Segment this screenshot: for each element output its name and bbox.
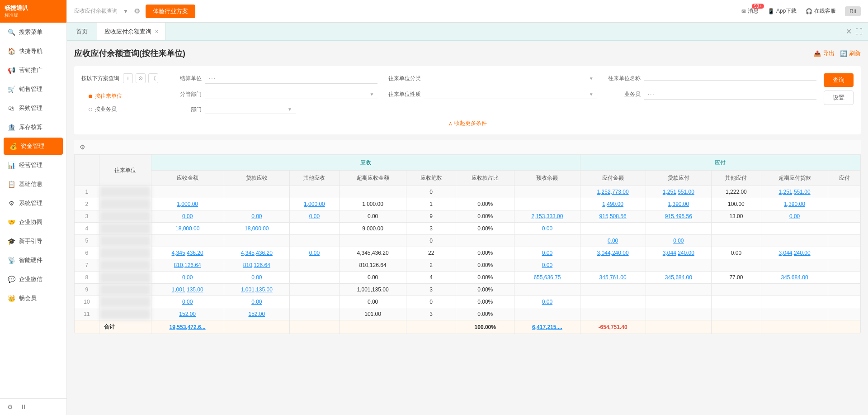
app-download-button[interactable]: 📱 App下载 xyxy=(768,7,797,15)
ap-amount[interactable]: 1,490.00 xyxy=(580,198,646,210)
ap-amount[interactable]: 1,252,773.00 xyxy=(580,186,646,198)
overdue-ap[interactable]: 3,044,240.00 xyxy=(761,247,828,259)
loan-ap[interactable]: 0.00 xyxy=(646,235,711,247)
filter-input-partner-category[interactable]: ▼ xyxy=(425,74,597,83)
collapse-icon[interactable]: ⏸ xyxy=(20,403,27,410)
sidebar-item-basic[interactable]: 📋 基础信息 xyxy=(0,175,66,194)
ar-count: 3 xyxy=(406,284,456,296)
advance-balance[interactable]: 0.00 xyxy=(514,296,580,308)
sidebar-item-system[interactable]: ⚙ 系统管理 xyxy=(0,194,66,213)
loan-ar[interactable]: 4,345,436.20 xyxy=(224,247,289,259)
collapse-conditions-btn[interactable]: ∧ 收起更多条件 xyxy=(81,119,854,127)
filter-collapse-btn[interactable]: 《 xyxy=(148,73,158,83)
ar-amount[interactable]: 18,000.00 xyxy=(151,223,224,235)
ap-extra xyxy=(828,308,861,320)
settings-bottom-icon[interactable]: ⚙ xyxy=(7,403,13,410)
topbar-gear-icon[interactable]: ⚙ xyxy=(134,7,140,15)
table-settings-icon[interactable]: ⚙ xyxy=(80,143,85,151)
filter-add-btn[interactable]: + xyxy=(123,73,133,83)
other-ar[interactable]: 0.00 xyxy=(289,247,339,259)
solution-button[interactable]: 体验行业方案 xyxy=(146,5,195,18)
ap-amount[interactable]: 3,044,240.00 xyxy=(580,247,646,259)
tab-close-icon[interactable]: × xyxy=(155,29,158,35)
filter-input-settlement[interactable]: ··· xyxy=(205,73,377,84)
ar-amount[interactable]: 1,001,135.00 xyxy=(151,284,224,296)
tab-expand-icon[interactable]: ⛶ xyxy=(855,28,863,36)
advance-balance[interactable]: 2,153,333.00 xyxy=(514,210,580,223)
table-row: 10██████0.000.000.0000.00%0.00 xyxy=(75,296,861,308)
sidebar-item-wechat[interactable]: 💬 企业微信 xyxy=(0,270,66,289)
tab-close-window-icon[interactable]: ✕ xyxy=(846,27,852,36)
topbar-dropdown-icon[interactable]: ▼ xyxy=(123,8,128,14)
loan-ar[interactable]: 18,000.00 xyxy=(224,223,289,235)
user-avatar[interactable]: Rit xyxy=(845,6,861,16)
filter-input-salesperson[interactable]: ··· xyxy=(644,89,816,100)
sidebar-item-operations[interactable]: 📊 经营管理 xyxy=(0,156,66,175)
ar-amount[interactable]: 1,000.00 xyxy=(151,198,224,210)
message-button[interactable]: ✉ 消息 99+ xyxy=(741,7,759,15)
sidebar-item-sales[interactable]: 🛒 销售管理 xyxy=(0,80,66,99)
advance-balance[interactable]: 655,636.75 xyxy=(514,272,580,284)
ap-amount[interactable]: 0.00 xyxy=(580,235,646,247)
filter-input-department[interactable]: ▼ xyxy=(205,105,296,114)
overdue-ap[interactable]: 0.00 xyxy=(761,210,828,223)
sidebar-item-finance[interactable]: 💰 资金管理 xyxy=(4,138,63,155)
overdue-ap[interactable]: 1,390.00 xyxy=(761,198,828,210)
col-ap-extra: 应付 xyxy=(828,171,861,186)
filter-option-partner[interactable]: 按往来单位 xyxy=(85,91,158,102)
loan-ap[interactable]: 3,044,240.00 xyxy=(646,247,711,259)
loan-ap[interactable]: 1,251,551.00 xyxy=(646,186,711,198)
other-ar[interactable]: 0.00 xyxy=(289,210,339,223)
loan-ar[interactable]: 1,001,135.00 xyxy=(224,284,289,296)
ap-amount[interactable]: 345,761.00 xyxy=(580,272,646,284)
wechat-icon: 💬 xyxy=(7,275,15,283)
overdue-ap[interactable]: 345,684.00 xyxy=(761,272,828,284)
ar-amount[interactable]: 810,126.64 xyxy=(151,259,224,272)
sidebar-item-purchase[interactable]: 🛍 采购管理 xyxy=(0,99,66,118)
ar-count: 0 xyxy=(406,186,456,198)
loan-ap[interactable]: 915,495.56 xyxy=(646,210,711,223)
sidebar-item-marketing[interactable]: 📢 营销推广 xyxy=(0,61,66,80)
sidebar-item-quick-nav[interactable]: 🏠 快捷导航 xyxy=(0,42,66,61)
loan-ar[interactable]: 0.00 xyxy=(224,210,289,223)
advance-balance[interactable]: 0.00 xyxy=(514,223,580,235)
filter-option-salesperson[interactable]: 按业务员 xyxy=(85,104,158,115)
other-ar[interactable]: 1,000.00 xyxy=(289,198,339,210)
total-ar-amount[interactable]: 19,553,472,6... xyxy=(151,320,224,334)
loan-ar[interactable]: 152.00 xyxy=(224,308,289,320)
ar-amount[interactable]: 152.00 xyxy=(151,308,224,320)
loan-ar[interactable]: 0.00 xyxy=(224,296,289,308)
query-button[interactable]: 查询 xyxy=(824,73,854,87)
settings-button[interactable]: 设置 xyxy=(824,91,854,105)
ar-amount[interactable]: 0.00 xyxy=(151,210,224,223)
sidebar-item-search[interactable]: 🔍 搜索菜单 xyxy=(0,23,66,42)
sidebar-item-hardware[interactable]: 📡 智能硬件 xyxy=(0,251,66,270)
refresh-button[interactable]: 🔄 刷新 xyxy=(840,49,861,57)
tab-active-label[interactable]: 应收应付余额查询 xyxy=(104,28,151,36)
ap-amount[interactable]: 915,508.56 xyxy=(580,210,646,223)
loan-ap[interactable]: 345,684.00 xyxy=(646,272,711,284)
total-ar-ratio: 100.00% xyxy=(456,320,514,334)
ar-amount[interactable]: 4,345,436.20 xyxy=(151,247,224,259)
filter-settings-btn[interactable]: ⊙ xyxy=(136,73,146,83)
advance-balance[interactable]: 0.00 xyxy=(514,247,580,259)
online-service-button[interactable]: 🎧 在线客服 xyxy=(806,7,836,15)
filter-input-partner-nature[interactable]: ▼ xyxy=(425,90,597,99)
sidebar-item-guide[interactable]: 🎓 新手引导 xyxy=(0,232,66,251)
advance-balance[interactable]: 0.00 xyxy=(514,259,580,272)
total-advance-balance[interactable]: 6,417,215.... xyxy=(514,320,580,334)
loan-ar[interactable]: 0.00 xyxy=(224,272,289,284)
sidebar-item-collab[interactable]: 🤝 企业协同 xyxy=(0,213,66,232)
loan-ap[interactable]: 1,390.00 xyxy=(646,198,711,210)
clipboard-icon: 📋 xyxy=(7,180,15,188)
tab-home[interactable]: 首页 xyxy=(67,23,97,40)
loan-ar[interactable]: 810,126.64 xyxy=(224,259,289,272)
sidebar-item-member[interactable]: 👑 畅会员 xyxy=(0,289,66,308)
sidebar-item-inventory[interactable]: 🏦 库存核算 xyxy=(0,118,66,137)
ar-amount[interactable]: 0.00 xyxy=(151,272,224,284)
ar-amount[interactable]: 0.00 xyxy=(151,296,224,308)
overdue-ap[interactable]: 1,251,551.00 xyxy=(761,186,828,198)
filter-input-partner-name[interactable] xyxy=(644,76,816,81)
filter-input-dept[interactable]: ▼ xyxy=(205,90,377,99)
export-button[interactable]: 📤 导出 xyxy=(814,49,835,57)
